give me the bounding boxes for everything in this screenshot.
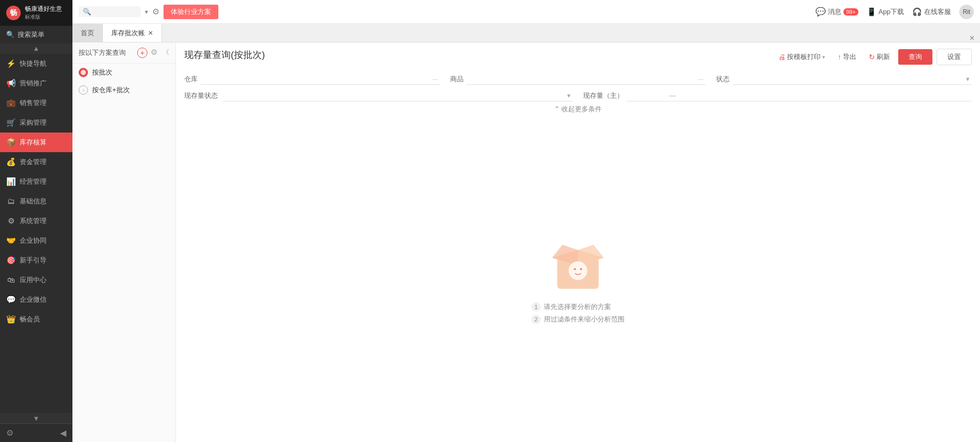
close-panel-icon[interactable]: ✕ bbox=[964, 34, 980, 42]
svg-point-7 bbox=[580, 268, 582, 270]
topbar-settings-icon[interactable]: ⚙ bbox=[152, 7, 159, 17]
warehouse-control[interactable]: ··· bbox=[201, 73, 440, 85]
warehouse-label: 仓库 bbox=[184, 75, 198, 84]
online-service-item[interactable]: 🎧 在线客服 bbox=[912, 7, 951, 17]
sidebar-scroll-up[interactable]: ▲ bbox=[0, 43, 72, 54]
svg-point-0 bbox=[81, 70, 86, 75]
product-field: 商品 ··· bbox=[450, 73, 706, 85]
stock-qty-max-input[interactable] bbox=[680, 92, 716, 99]
scheme-warehouse-batch[interactable]: ○ 按仓库+批次 bbox=[72, 81, 175, 99]
purchase-icon: 🛒 bbox=[6, 118, 16, 127]
sidebar-item-inventory[interactable]: 📦 库存核算 bbox=[0, 132, 72, 152]
sidebar-item-newbie[interactable]: 🎯 新手引导 bbox=[0, 251, 72, 270]
collapse-more-icon: ⌃ bbox=[554, 105, 560, 113]
stock-status-label: 现存量状态 bbox=[184, 91, 220, 100]
stock-qty-control: — bbox=[627, 90, 972, 101]
sidebar-item-basics[interactable]: 🗂 基础信息 bbox=[0, 191, 72, 211]
messages-label: 消息 bbox=[828, 7, 841, 17]
left-panel-header: 按以下方案查询 + ⚙ 《 bbox=[72, 42, 175, 64]
sidebar-settings-icon[interactable]: ⚙ bbox=[6, 428, 13, 438]
sidebar-item-sales[interactable]: 💼 销售管理 bbox=[0, 93, 72, 113]
warehouse-field: 仓库 ··· bbox=[184, 73, 440, 85]
settings-button[interactable]: 设置 bbox=[937, 49, 972, 65]
sidebar-item-purchase[interactable]: 🛒 采购管理 bbox=[0, 113, 72, 132]
sales-icon: 💼 bbox=[6, 98, 16, 108]
print-icon: 🖨 bbox=[778, 53, 785, 61]
warehouse-dots[interactable]: ··· bbox=[432, 75, 438, 83]
empty-hint-2: 2 用过滤条件来缩小分析范围 bbox=[531, 315, 625, 324]
sidebar-item-system[interactable]: ⚙ 系统管理 bbox=[0, 211, 72, 231]
app-subtitle: 标准版 bbox=[25, 13, 62, 21]
online-service-label: 在线客服 bbox=[924, 7, 951, 17]
status-arrow[interactable]: ▾ bbox=[966, 75, 970, 83]
tab-inventory-batch-close[interactable]: ✕ bbox=[148, 30, 153, 37]
sidebar-item-finance[interactable]: 💰 资金管理 bbox=[0, 152, 72, 172]
sidebar-nav: ⚡ 快捷导航 📢 营销推广 💼 销售管理 🛒 采购管理 📦 库存核算 💰 资金管… bbox=[0, 54, 72, 413]
left-panel-header-label: 按以下方案查询 bbox=[79, 48, 126, 57]
scheme-batch-label: 按批次 bbox=[92, 68, 112, 77]
sidebar-item-enterprise[interactable]: 🤝 企业协同 bbox=[0, 231, 72, 251]
stock-status-field: 现存量状态 ▾ bbox=[184, 90, 573, 101]
sidebar-item-quick-nav[interactable]: ⚡ 快捷导航 bbox=[0, 54, 72, 73]
export-button[interactable]: ↑ 导出 bbox=[834, 50, 860, 64]
add-scheme-icon[interactable]: + bbox=[137, 48, 147, 58]
print-button[interactable]: 🖨 按模板打印 ▾ bbox=[774, 50, 829, 64]
hint-num-1: 1 bbox=[531, 302, 541, 312]
sidebar-scroll-down[interactable]: ▼ bbox=[0, 413, 72, 423]
newbie-label: 新手引导 bbox=[20, 256, 47, 265]
finance-label: 资金管理 bbox=[20, 157, 47, 167]
collapse-more-bar[interactable]: ⌃ 收起更多条件 bbox=[184, 101, 972, 117]
sidebar-header: 畅 畅康通好生意 标准版 bbox=[0, 0, 72, 26]
refresh-button[interactable]: ↻ 刷新 bbox=[865, 50, 894, 64]
page-header: 现存量查询(按批次) 🖨 按模板打印 ▾ ↑ 导出 ↻ 刷新 bbox=[176, 42, 980, 117]
scheme-settings-icon[interactable]: ⚙ bbox=[151, 48, 157, 58]
left-panel-collapse-icon[interactable]: 《 bbox=[162, 48, 169, 58]
tab-home[interactable]: 首页 bbox=[72, 24, 103, 42]
status-control[interactable]: ▾ bbox=[733, 73, 972, 85]
refresh-label: 刷新 bbox=[877, 52, 890, 62]
inventory-label: 库存核算 bbox=[20, 138, 47, 147]
sidebar-item-wechat[interactable]: 💬 企业微信 bbox=[0, 290, 72, 310]
svg-point-5 bbox=[569, 261, 587, 280]
sidebar-collapse-icon[interactable]: ◀ bbox=[60, 428, 66, 438]
scheme-batch-icon bbox=[79, 68, 88, 77]
right-panel: 现存量查询(按批次) 🖨 按模板打印 ▾ ↑ 导出 ↻ 刷新 bbox=[176, 42, 980, 442]
sidebar-item-appstore[interactable]: 🛍 应用中心 bbox=[0, 270, 72, 290]
app-title: 畅康通好生意 bbox=[25, 5, 62, 13]
stock-status-control[interactable]: ▾ bbox=[224, 90, 573, 101]
left-panel: 按以下方案查询 + ⚙ 《 按批次 ○ 按仓库+批次 bbox=[72, 42, 176, 442]
topbar-search-box[interactable]: 🔍 bbox=[79, 6, 141, 17]
page-title: 现存量查询(按批次) bbox=[184, 49, 265, 61]
tab-inventory-batch[interactable]: 库存批次账 ✕ bbox=[103, 24, 162, 42]
product-dots[interactable]: ··· bbox=[698, 75, 704, 83]
user-avatar: Rit bbox=[959, 5, 974, 19]
sidebar-item-ops[interactable]: 📊 经营管理 bbox=[0, 172, 72, 191]
print-dropdown-icon[interactable]: ▾ bbox=[822, 54, 825, 61]
app-download-item[interactable]: 📱 App下载 bbox=[867, 7, 904, 17]
scheme-batch[interactable]: 按批次 bbox=[72, 64, 175, 81]
experience-industry-button[interactable]: 体验行业方案 bbox=[164, 5, 218, 19]
marketing-icon: 📢 bbox=[6, 79, 16, 88]
user-avatar-item[interactable]: Rit bbox=[959, 5, 974, 19]
online-service-icon: 🎧 bbox=[912, 7, 922, 17]
stock-qty-dash: — bbox=[667, 92, 678, 99]
finance-icon: 💰 bbox=[6, 157, 16, 167]
search-menu[interactable]: 🔍 搜索菜单 bbox=[0, 26, 72, 43]
content-area: 按以下方案查询 + ⚙ 《 按批次 ○ 按仓库+批次 bbox=[72, 42, 980, 442]
sidebar-item-member[interactable]: 👑 畅会员 bbox=[0, 310, 72, 329]
topbar-search-icon: 🔍 bbox=[83, 8, 91, 16]
enterprise-label: 企业协同 bbox=[20, 236, 47, 245]
search-icon: 🔍 bbox=[6, 31, 14, 38]
product-control[interactable]: ··· bbox=[467, 73, 706, 85]
sidebar-item-marketing[interactable]: 📢 营销推广 bbox=[0, 73, 72, 93]
member-icon: 👑 bbox=[6, 315, 16, 324]
topbar-dropdown-icon[interactable]: ▾ bbox=[145, 8, 148, 16]
stock-status-arrow[interactable]: ▾ bbox=[567, 92, 571, 99]
header-toolbar: 🖨 按模板打印 ▾ ↑ 导出 ↻ 刷新 查询 设置 bbox=[774, 49, 972, 65]
appstore-label: 应用中心 bbox=[20, 275, 47, 285]
stock-qty-min-input[interactable] bbox=[629, 92, 665, 99]
svg-point-6 bbox=[574, 268, 576, 270]
product-label: 商品 bbox=[450, 75, 464, 84]
query-button[interactable]: 查询 bbox=[898, 49, 932, 65]
messages-item[interactable]: 💬 消息 99+ bbox=[815, 7, 858, 17]
